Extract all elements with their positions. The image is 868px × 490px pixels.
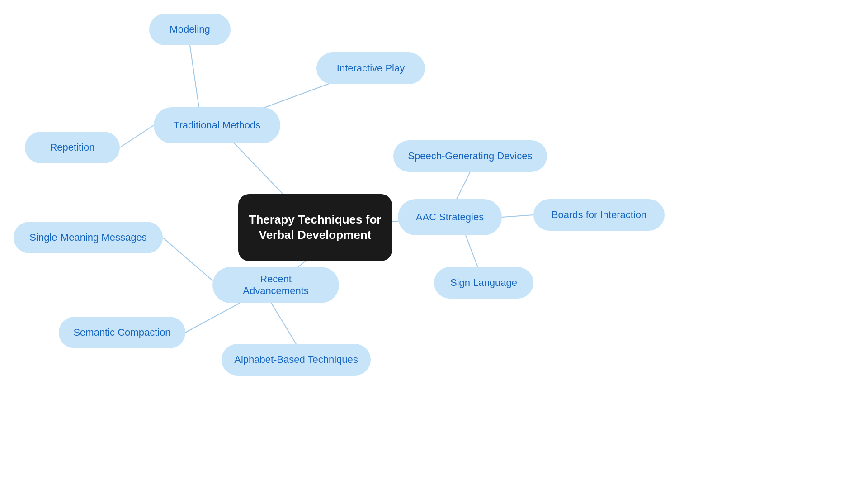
repetition-node: Repetition	[25, 132, 120, 163]
svg-line-1	[190, 45, 199, 107]
traditional-methods-node: Traditional Methods	[154, 107, 280, 143]
sign-language-node: Sign Language	[434, 267, 533, 299]
svg-line-6	[502, 215, 533, 217]
alphabet-based-node: Alphabet-Based Techniques	[222, 344, 371, 376]
speech-generating-node: Speech-Generating Devices	[393, 140, 547, 172]
svg-line-9	[163, 238, 212, 281]
single-meaning-node: Single-Meaning Messages	[14, 222, 163, 253]
main-node: Therapy Techniques for Verbal Developmen…	[238, 194, 392, 261]
modeling-node: Modeling	[149, 14, 231, 45]
semantic-compaction-node: Semantic Compaction	[59, 317, 185, 348]
svg-line-5	[457, 172, 470, 199]
interactive-play-node: Interactive Play	[316, 52, 425, 84]
aac-strategies-node: AAC Strategies	[398, 199, 502, 235]
svg-line-10	[185, 303, 240, 333]
svg-line-11	[271, 303, 296, 344]
boards-interaction-node: Boards for Interaction	[533, 199, 665, 231]
recent-advancements-node: Recent Advancements	[212, 267, 339, 303]
svg-line-3	[120, 125, 154, 147]
